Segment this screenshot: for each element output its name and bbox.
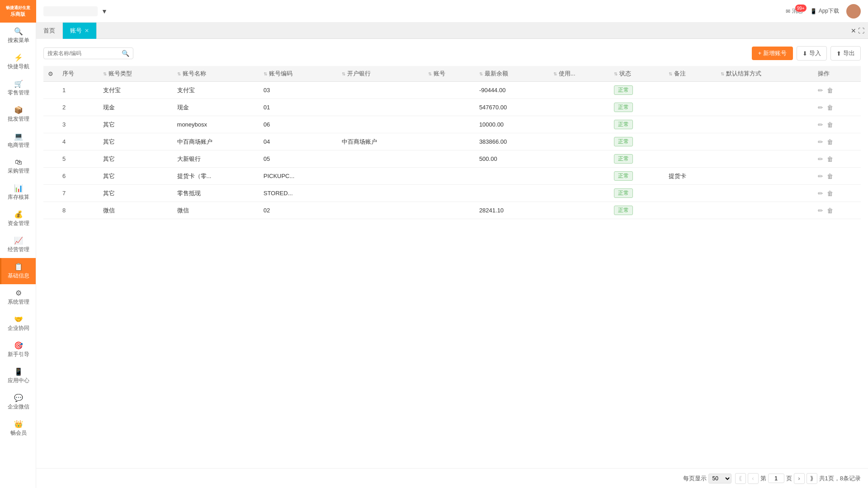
row-bank-6	[337, 185, 424, 202]
sidebar-item-enterprise-wechat[interactable]: 💬企业微信	[0, 389, 36, 415]
row-account-no-3	[424, 133, 475, 150]
sidebar-item-beginner-guide[interactable]: 🎯新手引导	[0, 337, 36, 363]
tab-account-close-icon[interactable]: ✕	[85, 28, 89, 34]
edit-icon-0[interactable]: ✏	[818, 87, 823, 94]
row-code-7: 02	[259, 202, 337, 219]
search-icon[interactable]: 🔍	[122, 50, 129, 57]
row-balance-3: 383866.00	[475, 133, 549, 150]
col-actions: 操作	[813, 66, 861, 82]
col-notes[interactable]: ⇅备注	[664, 66, 716, 82]
col-account-name[interactable]: ⇅账号名称	[173, 66, 259, 82]
sidebar-item-purchase-mgmt[interactable]: 🛍采购管理	[0, 154, 36, 179]
delete-icon-4[interactable]: 🗑	[827, 155, 833, 163]
row-code-3: 04	[259, 133, 337, 150]
delete-icon-1[interactable]: 🗑	[827, 104, 833, 111]
export-button[interactable]: ⬆ 导出	[830, 46, 861, 61]
next-page-btn[interactable]: ›	[794, 473, 805, 484]
sidebar-item-system-mgmt[interactable]: ⚙系统管理	[0, 284, 36, 310]
tabbar-close-btn[interactable]: ✕	[851, 27, 856, 34]
sidebar-label-operations-mgmt: 经营管理	[8, 246, 29, 253]
row-name-1: 现金	[173, 99, 259, 116]
row-settings-3	[43, 133, 58, 150]
add-account-button[interactable]: + 新增账号	[752, 47, 793, 60]
row-settlement-0	[716, 82, 813, 99]
sidebar-item-retail-mgmt[interactable]: 🛒零售管理	[0, 75, 36, 101]
row-actions-2: ✏ 🗑	[813, 116, 861, 133]
sidebar-item-operations-mgmt[interactable]: 📈经营管理	[0, 232, 36, 258]
col-bank[interactable]: ⇅开户银行	[337, 66, 424, 82]
topbar-dropdown-icon[interactable]: ▼	[101, 8, 108, 15]
sidebar-label-search-menu: 搜索菜单	[8, 37, 29, 44]
tab-account[interactable]: 账号 ✕	[63, 23, 97, 39]
col-settings[interactable]: ⚙	[43, 66, 58, 82]
delete-icon-0[interactable]: 🗑	[827, 87, 833, 94]
import-button[interactable]: ⬇ 导入	[797, 46, 827, 61]
status-badge-6: 正常	[614, 188, 633, 198]
edit-icon-4[interactable]: ✏	[818, 155, 823, 163]
sidebar-item-inventory[interactable]: 📊库存核算	[0, 179, 36, 206]
row-bank-0	[337, 82, 424, 99]
sidebar-item-search-menu[interactable]: 🔍搜索菜单	[0, 23, 36, 49]
sidebar-item-wholesale-mgmt[interactable]: 📦批发管理	[0, 101, 36, 127]
sidebar-icon-purchase-mgmt: 🛍	[15, 158, 22, 166]
topbar: ▼ ✉ 消息 99+ 📱 App下载	[36, 0, 868, 23]
sidebar-item-vip-member[interactable]: 👑畅会员	[0, 415, 36, 441]
row-code-0: 03	[259, 82, 337, 99]
row-name-4: 大新银行	[173, 150, 259, 168]
col-account-no[interactable]: ⇅账号	[424, 66, 475, 82]
sidebar-icon-capital-mgmt: 💰	[14, 210, 23, 219]
col-default-settlement[interactable]: ⇅默认结算方式	[716, 66, 813, 82]
sidebar-item-ecommerce-mgmt[interactable]: 💻电商管理	[0, 127, 36, 154]
tabbar-actions: ✕ ⛶	[851, 27, 868, 34]
delete-icon-6[interactable]: 🗑	[827, 190, 833, 197]
row-bank-7	[337, 202, 424, 219]
edit-icon-6[interactable]: ✏	[818, 190, 823, 197]
sidebar-label-beginner-guide: 新手引导	[8, 351, 29, 358]
last-page-btn[interactable]: ⟫	[807, 473, 817, 484]
delete-icon-2[interactable]: 🗑	[827, 121, 833, 128]
pagesize-label: 每页显示	[683, 474, 707, 483]
topbar-app-download-btn[interactable]: 📱 App下载	[810, 7, 839, 15]
sidebar-item-app-center[interactable]: 📱应用中心	[0, 363, 36, 389]
edit-icon-2[interactable]: ✏	[818, 121, 823, 128]
delete-icon-7[interactable]: 🗑	[827, 207, 833, 214]
row-code-4: 05	[259, 150, 337, 168]
delete-icon-5[interactable]: 🗑	[827, 173, 833, 180]
edit-icon-7[interactable]: ✏	[818, 207, 823, 214]
sidebar-item-enterprise-agreement[interactable]: 🤝企业协同	[0, 310, 36, 337]
row-settings-5	[43, 168, 58, 185]
page-input[interactable]	[768, 474, 784, 483]
edit-icon-1[interactable]: ✏	[818, 104, 823, 111]
topbar-search-input[interactable]	[43, 6, 98, 16]
col-usage[interactable]: ⇅使用...	[549, 66, 609, 82]
page-footer: 每页显示 50 20 100 ⟪ ‹ 第 页 › ⟫ 共1页，8条记录	[36, 468, 868, 488]
prev-page-btn[interactable]: ‹	[748, 473, 759, 484]
col-account-type[interactable]: ⇅账号类型	[99, 66, 173, 82]
edit-icon-3[interactable]: ✏	[818, 138, 823, 145]
edit-icon-5[interactable]: ✏	[818, 173, 823, 180]
toolbar-left: 🔍	[43, 47, 133, 59]
tab-account-label: 账号	[70, 27, 82, 35]
status-badge-3: 正常	[614, 137, 633, 146]
main-area: ▼ ✉ 消息 99+ 📱 App下载 首页 账号 ✕ ✕ ⛶	[36, 0, 868, 488]
first-page-btn[interactable]: ⟪	[735, 473, 746, 484]
row-notes-4	[664, 150, 716, 168]
user-avatar[interactable]	[846, 4, 861, 19]
delete-icon-3[interactable]: 🗑	[827, 138, 833, 145]
table-header-row: ⚙ 序号 ⇅账号类型 ⇅账号名称 ⇅账号编码 ⇅开户银行 ⇅账号 ⇅最新余额 ⇅…	[43, 66, 861, 82]
tab-home[interactable]: 首页	[36, 23, 63, 39]
col-latest-balance[interactable]: ⇅最新余额	[475, 66, 549, 82]
sidebar-item-basic-info[interactable]: 📋基础信息	[0, 258, 36, 284]
row-status-2: 正常	[609, 116, 664, 133]
col-status[interactable]: ⇅状态	[609, 66, 664, 82]
sidebar-item-quick-nav[interactable]: ⚡快捷导航	[0, 49, 36, 75]
search-input[interactable]	[47, 50, 120, 56]
sidebar-item-capital-mgmt[interactable]: 💰资金管理	[0, 206, 36, 232]
row-account-no-6	[424, 185, 475, 202]
topbar-message-btn[interactable]: ✉ 消息 99+	[786, 7, 803, 15]
row-type-2: 其它	[99, 116, 173, 133]
col-account-code[interactable]: ⇅账号编码	[259, 66, 337, 82]
row-num-3: 4	[58, 133, 99, 150]
tabbar-expand-btn[interactable]: ⛶	[858, 27, 864, 34]
pagesize-select[interactable]: 50 20 100	[708, 474, 731, 483]
